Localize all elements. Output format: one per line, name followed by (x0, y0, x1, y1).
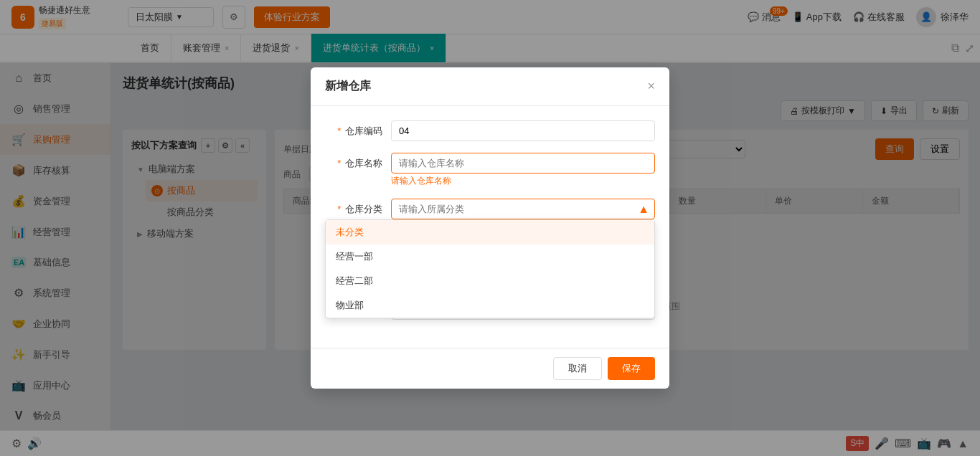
dropdown-item-ops2[interactable]: 经营二部 (326, 269, 654, 293)
dialog-body: * 仓库编码 * 仓库名称 请输入仓库名称 (311, 106, 669, 348)
dropdown-item-ops1[interactable]: 经营一部 (326, 244, 654, 269)
cancel-button[interactable]: 取消 (553, 357, 602, 380)
dialog-title: 新增仓库 (325, 79, 371, 94)
category-input-wrapper: ▲ (391, 199, 655, 219)
dialog-header: 新增仓库 × (311, 67, 669, 106)
dropdown-item-uncategorized[interactable]: 未分类 (326, 220, 654, 244)
modal-overlay: 新增仓库 × * 仓库编码 * 仓库名称 (0, 0, 980, 456)
dialog-footer: 取消 保存 (311, 348, 669, 389)
dialog-add-warehouse: 新增仓库 × * 仓库编码 * 仓库名称 (311, 67, 669, 389)
code-label: * 仓库编码 (325, 120, 382, 138)
code-control (391, 120, 655, 141)
category-input[interactable] (391, 199, 655, 219)
category-control: ▲ 未分类 经营一部 经营二部 物业部 (391, 199, 655, 219)
name-control: 请输入仓库名称 (391, 153, 655, 187)
form-row-code: * 仓库编码 (325, 120, 655, 141)
name-input[interactable] (391, 153, 655, 174)
category-label: * 仓库分类 (325, 199, 382, 216)
code-input[interactable] (391, 120, 655, 141)
form-row-name: * 仓库名称 请输入仓库名称 (325, 153, 655, 187)
dialog-close-button[interactable]: × (647, 79, 655, 94)
name-error-msg: 请输入仓库名称 (391, 175, 655, 187)
dropdown-item-property[interactable]: 物业部 (326, 293, 654, 318)
category-dropdown: 未分类 经营一部 经营二部 物业部 (325, 219, 655, 318)
name-label: * 仓库名称 (325, 153, 382, 170)
form-row-category: * 仓库分类 ▲ 未分类 经营一部 经营二部 物业部 (325, 199, 655, 219)
category-toggle-icon[interactable]: ▲ (638, 203, 649, 216)
save-button[interactable]: 保存 (608, 357, 655, 380)
